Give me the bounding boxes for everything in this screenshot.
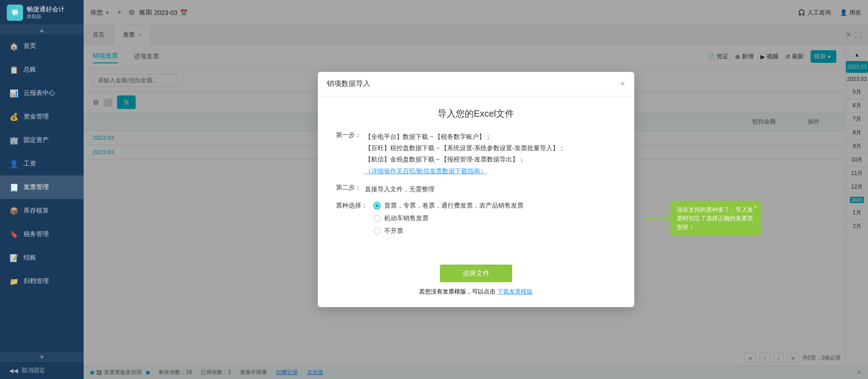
step1-row: 第一步： 【全电平台】数据下载→【税务数字账户】； 【百旺】税控盘数据下载→【系…	[336, 131, 616, 177]
radio-no-ticket[interactable]	[373, 227, 381, 235]
tooltip-close-btn[interactable]: ×	[754, 203, 757, 211]
sidebar-item-label: 总账	[24, 66, 36, 74]
sidebar-item-invoice[interactable]: 🧾 发票管理	[0, 175, 84, 199]
sidebar-item-fixed-assets[interactable]: 🏢 固定资产	[0, 128, 84, 152]
sidebar-item-label: 库存核算	[24, 207, 49, 215]
sidebar-item-label: 归档管理	[24, 277, 49, 285]
sidebar-item-ledger[interactable]: 📋 总账	[0, 58, 84, 81]
radio-row-general: 普票，专票，卷票，通行费发票，农产品销售发票	[373, 202, 616, 210]
fund-icon: 💰	[9, 112, 19, 122]
sidebar-logo: 畅 畅捷通好会计 旗舰版	[0, 0, 84, 25]
step2-row: 第二步： 直接导入文件，无需整理	[336, 184, 616, 195]
sidebar-item-archive[interactable]: 📁 归档管理	[0, 270, 84, 293]
sidebar-item-tax[interactable]: 🔖 税务管理	[0, 223, 84, 246]
sidebar-item-label: 工资	[24, 160, 36, 168]
sidebar-item-label: 固定资产	[24, 136, 49, 144]
salary-icon: 👤	[9, 159, 19, 169]
step1-line-1: 【全电平台】数据下载→【税务数字账户】；	[365, 131, 565, 142]
sidebar-item-home[interactable]: 🏠 首页	[0, 34, 84, 58]
modal-footer: 选择文件 若您没有发票模版，可以点击 下载发票模版	[318, 260, 634, 307]
radio-general[interactable]	[373, 202, 381, 209]
modal-header: 销项数据导入 ×	[318, 72, 634, 96]
sidebar-item-fund[interactable]: 💰 资金管理	[0, 105, 84, 128]
step1-content: 【全电平台】数据下载→【税务数字账户】； 【百旺】税控盘数据下载→【系统设置-系…	[365, 131, 565, 177]
tax-icon: 🔖	[9, 229, 19, 239]
settle-icon: 📝	[9, 253, 19, 263]
step2-label: 第二步：	[336, 184, 361, 195]
step2-content: 直接导入文件，无需整理	[365, 184, 434, 195]
step1-link: （详细操作见百旺/航信发票数据下载指南）	[365, 166, 565, 177]
modal-title: 销项数据导入	[327, 79, 370, 89]
radio-no-ticket-label: 不开票	[384, 227, 403, 235]
fixed-assets-icon: 🏢	[9, 135, 19, 145]
radio-motor-label: 机动车销售发票	[384, 214, 429, 223]
sidebar-item-label: 结账	[24, 254, 36, 262]
radio-row-motor: 机动车销售发票 × 现在支持的票种多了，导入发票时别忘了选择正确的发票类型呀！	[373, 214, 616, 223]
ticket-section: 票种选择： 普票，专票，卷票，通行费发票，农产品销售发票 机动车销售发票	[336, 202, 616, 240]
sidebar-item-label: 首页	[24, 42, 36, 50]
step1-line-2: 【百旺】税控盘数据下载→【系统设置-系统参数设置-发票批量导入】；	[365, 142, 565, 154]
logo-icon: 畅	[7, 5, 23, 21]
radio-row-no-ticket: 不开票	[373, 227, 616, 235]
sidebar-nav: 🏠 首页 📋 总账 📊 云报表中心 💰 资金管理 🏢 固定资产 👤 工资 🧾 发…	[0, 34, 84, 352]
sidebar-item-label: 税务管理	[24, 230, 49, 238]
step1-link-anchor[interactable]: （详细操作见百旺/航信发票数据下载指南）	[365, 167, 487, 175]
ticket-label: 票种选择：	[336, 202, 368, 210]
ledger-icon: 📋	[9, 65, 19, 75]
select-file-btn[interactable]: 选择文件	[440, 265, 512, 282]
home-icon: 🏠	[9, 41, 19, 51]
sidebar-item-inventory[interactable]: 📦 库存核算	[0, 199, 84, 223]
modal-close-btn[interactable]: ×	[620, 79, 625, 89]
archive-icon: 📁	[9, 276, 19, 286]
radio-general-label: 普票，专票，卷票，通行费发票，农产品销售发票	[384, 202, 524, 210]
sidebar-item-label: 发票管理	[24, 183, 49, 191]
modal-body: 导入您的Excel文件 第一步： 【全电平台】数据下载→【税务数字账户】； 【百…	[318, 96, 634, 260]
radio-motor[interactable]	[373, 215, 381, 222]
sidebar-item-label: 云报表中心	[24, 89, 55, 97]
inventory-icon: 📦	[9, 206, 19, 216]
step1-line-3: 【航信】金税盘数据下载→【报税管理-发票数据导出】；	[365, 154, 565, 165]
sidebar-item-label: 资金管理	[24, 113, 49, 121]
modal-main-title: 导入您的Excel文件	[336, 108, 616, 120]
step1-label: 第一步：	[336, 131, 361, 177]
logo-text: 畅捷通好会计 旗舰版	[27, 5, 65, 19]
sidebar-item-salary[interactable]: 👤 工资	[0, 152, 84, 175]
sidebar-scroll-down[interactable]: ▼	[0, 352, 84, 361]
cloud-report-icon: 📊	[9, 88, 19, 98]
sidebar-item-cloud-report[interactable]: 📊 云报表中心	[0, 81, 84, 105]
tooltip-text: 现在支持的票种多了，导入发票时别忘了选择正确的发票类型呀！	[677, 206, 753, 231]
sidebar-cancel-fixed[interactable]: ◀◀ 取消固定	[0, 361, 84, 379]
footer-note: 若您没有发票模版，可以点击 下载发票模版	[419, 288, 533, 296]
sidebar-scroll-up[interactable]: ▲	[0, 25, 84, 34]
pin-icon: ◀◀	[9, 367, 18, 374]
sidebar: 畅 畅捷通好会计 旗舰版 ▲ 🏠 首页 📋 总账 📊 云报表中心 💰 资金管理 …	[0, 0, 84, 379]
modal-dialog: 销项数据导入 × 导入您的Excel文件 第一步： 【全电平台】数据下载→【税务…	[318, 72, 634, 307]
invoice-icon: 🧾	[9, 182, 19, 192]
modal-overlay: 销项数据导入 × 导入您的Excel文件 第一步： 【全电平台】数据下载→【税务…	[84, 0, 868, 379]
sidebar-item-settle[interactable]: 📝 结账	[0, 246, 84, 270]
download-template-link[interactable]: 下载发票模版	[497, 288, 533, 295]
